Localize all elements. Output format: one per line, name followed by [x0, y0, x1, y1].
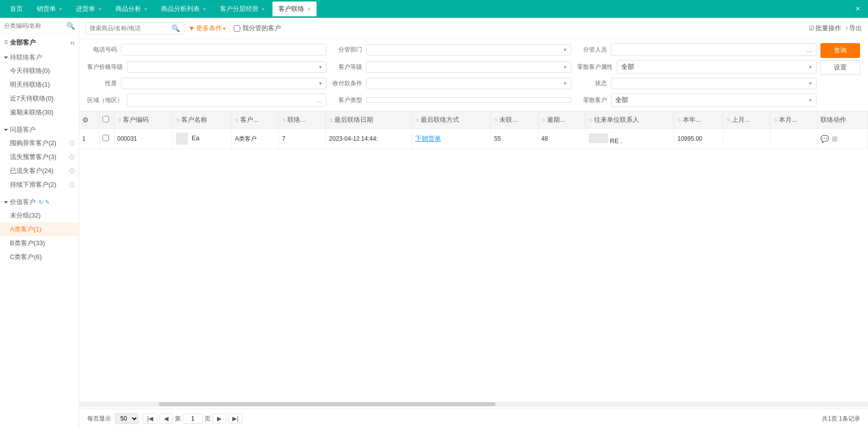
customer-avatar [176, 133, 188, 145]
payment-select[interactable]: ▾ [366, 78, 572, 89]
table-gear-icon[interactable]: ⚙ [82, 116, 89, 124]
nav-tab-sales[interactable]: 销货单 × [31, 1, 68, 16]
last-contact-method-link[interactable]: 下销货单 [415, 135, 441, 142]
nav-home[interactable]: 首页 [4, 1, 29, 16]
sidebar-item-class-b[interactable]: B类客户(33) [0, 236, 79, 250]
export-button[interactable]: ↑ 导出 [845, 24, 862, 33]
sidebar-search-input[interactable] [4, 22, 66, 29]
close-sales-tab[interactable]: × [59, 6, 62, 12]
td-contacts-person: RE . [585, 129, 674, 149]
close-all-button[interactable]: × [852, 2, 864, 15]
search-icon[interactable]: 🔍 [171, 24, 180, 32]
page-number-input[interactable] [183, 414, 203, 424]
sidebar-item-declining[interactable]: 持续下滑客户(2) ⓘ [0, 178, 79, 192]
td-last-contact-date: 2023-04-12 14:44: [326, 129, 412, 149]
nav-tab-customer-contact[interactable]: 客户联络 × [272, 1, 316, 16]
th-lm-sort-icon: ⇅ [726, 117, 730, 123]
person-dots-icon[interactable]: ... [806, 46, 812, 54]
row-checkbox[interactable] [103, 135, 109, 141]
filter-search-box: 🔍 [85, 22, 184, 35]
my-customers-checkbox[interactable] [234, 25, 240, 32]
sidebar-group-pending: 待联络客户 今天待联络(0) 明天待联络(1) 近7天待联络(0) 逾期未联络(… [0, 49, 79, 121]
sidebar-item-ungrouped[interactable]: 未分组(32) [0, 209, 79, 222]
page-suffix: 页 [205, 415, 211, 423]
chevron-problem-icon [4, 129, 8, 131]
comment-action-icon[interactable]: 💬 [820, 135, 829, 143]
sidebar-group-problem: 问题客户 囤购异常客户(2) ⓘ 流失预警客户(3) ⓘ 已流失客户(24) ⓘ [0, 121, 79, 194]
prev-page-button[interactable]: ◀ [160, 414, 173, 424]
filter-row-4: 区域（地区） ... 客户类型 [87, 93, 816, 107]
customer-level-arrow: ▾ [564, 64, 567, 70]
sidebar-item-class-a[interactable]: A类客户(1) [0, 222, 79, 236]
sidebar-group-pending-title[interactable]: 待联络客户 [0, 51, 79, 64]
my-customers-checkbox-label[interactable]: 我分管的客户 [234, 24, 281, 33]
nature-arrow: ▾ [319, 80, 322, 87]
close-customer-tier-tab[interactable]: × [262, 6, 265, 12]
status-arrow: ▾ [809, 80, 812, 87]
price-level-select[interactable]: ▾ [127, 61, 326, 73]
select-all-checkbox[interactable] [103, 116, 109, 122]
sidebar-item-tomorrow[interactable]: 明天待联络(1) [0, 78, 79, 92]
th-this-year: ⇅ 本年... [674, 111, 723, 129]
nav-tab-product-list[interactable]: 商品分析列表 × [155, 1, 212, 16]
dept-select[interactable]: ▾ [366, 44, 572, 55]
sidebar-group-value-title[interactable]: 价值客户 ↻ ✎ [0, 196, 79, 209]
sidebar-search-icon[interactable]: 🔍 [66, 22, 75, 30]
sidebar-item-today[interactable]: 今天待联络(0) [0, 64, 79, 78]
first-page-button[interactable]: |◀ [143, 414, 158, 424]
all-customers-label[interactable]: 全部客户 [10, 38, 36, 47]
scatter-attr-select[interactable]: 全部 ▾ [617, 60, 816, 74]
payment-label: 收付款条件 [332, 79, 362, 88]
chevron-value-icon [4, 201, 8, 204]
close-customer-contact-tab[interactable]: × [307, 6, 310, 12]
qrcode-action-icon[interactable]: ⊞ [832, 135, 838, 143]
nav-tab-product-analysis[interactable]: 商品分析 × [109, 1, 153, 16]
close-purchase-tab[interactable]: × [98, 6, 101, 12]
scatter-customer-select[interactable]: 全部 ▾ [611, 93, 816, 107]
status-select[interactable]: ▾ [611, 78, 816, 89]
nature-select[interactable]: ▾ [121, 78, 326, 89]
batch-operation-button[interactable]: ☑ 批量操作 [809, 24, 841, 33]
td-not-contacted: 55 [491, 129, 538, 149]
customer-level-select[interactable]: ▾ [366, 61, 572, 73]
customer-type-select[interactable] [366, 98, 572, 103]
filter-row-2: 客户价格等级 ▾ 客户等级 ▾ [87, 60, 816, 74]
td-customer-type: A类客户 [232, 129, 279, 149]
sidebar-item-hoarding[interactable]: 囤购异常客户(2) ⓘ [0, 136, 79, 150]
sidebar-group-problem-title[interactable]: 问题客户 [0, 123, 79, 136]
th-contact-count: ⇅ 联络... [279, 111, 326, 129]
setting-button[interactable]: 设置 [820, 60, 860, 75]
more-conditions-button[interactable]: ▼ 更多条件 ▾ [188, 24, 225, 33]
sidebar-item-class-c[interactable]: C类客户(6) [0, 250, 79, 264]
close-product-list-tab[interactable]: × [203, 6, 206, 12]
close-product-analysis-tab[interactable]: × [144, 6, 147, 12]
nav-tab-customer-tier[interactable]: 客户分层经营 × [214, 1, 271, 16]
sidebar-item-churn-warning[interactable]: 流失预警客户(3) ⓘ [0, 150, 79, 164]
dept-select-arrow: ▾ [564, 47, 567, 53]
refresh-value-icon[interactable]: ↻ [39, 199, 43, 206]
last-page-button[interactable]: ▶| [228, 414, 243, 424]
sidebar-item-7days[interactable]: 近7天待联络(0) [0, 92, 79, 106]
query-button[interactable]: 查询 [820, 43, 860, 58]
pagination-bar: 每页显示 50 |◀ ◀ 第 页 ▶ ▶| 共1页 1条记录 [79, 409, 868, 428]
sidebar-item-churned[interactable]: 已流失客户(24) ⓘ [0, 164, 79, 178]
scrollbar-thumb[interactable] [159, 402, 495, 406]
horizontal-scrollbar[interactable] [79, 402, 868, 407]
region-select[interactable]: ... [127, 94, 326, 107]
page-label: 第 [175, 415, 181, 423]
sidebar-item-overdue[interactable]: 逾期未联络(30) [0, 106, 79, 119]
page-size-select[interactable]: 50 [115, 413, 139, 424]
filter-field-person: 分管人员 ... [577, 43, 816, 56]
region-dots-icon[interactable]: ... [316, 96, 322, 104]
sidebar-collapse-button[interactable]: ‹‹ [70, 39, 75, 47]
person-select[interactable]: ... [611, 43, 816, 56]
td-name: Ea [173, 129, 232, 149]
search-input[interactable] [90, 25, 171, 32]
edit-value-icon[interactable]: ✎ [45, 199, 50, 206]
phone-input[interactable] [121, 44, 326, 55]
td-this-year: 10995.00 [674, 129, 723, 149]
chevron-pending-icon [4, 56, 8, 59]
status-label: 状态 [577, 79, 607, 88]
next-page-button[interactable]: ▶ [213, 414, 226, 424]
nav-tab-purchase[interactable]: 进货单 × [70, 1, 107, 16]
